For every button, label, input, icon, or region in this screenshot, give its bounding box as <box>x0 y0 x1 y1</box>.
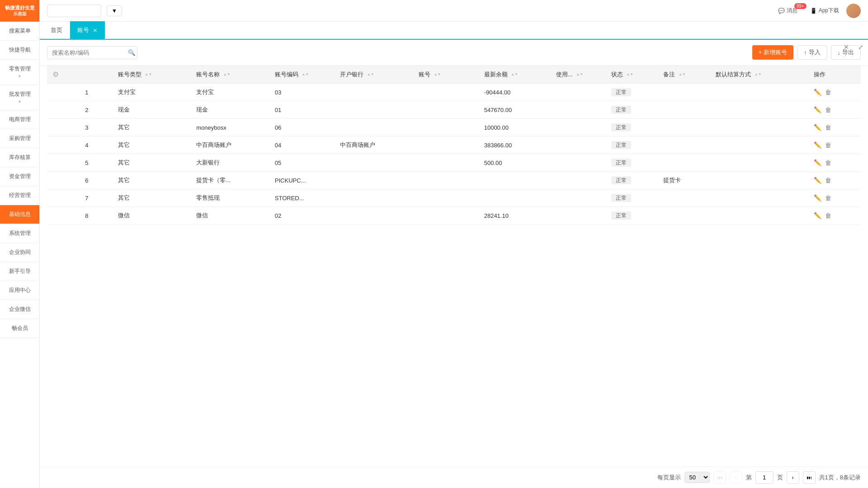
col-header-default[interactable]: 默认结算方式 ▲▼ <box>710 66 808 84</box>
row-type-cell: 其它 <box>113 172 191 189</box>
edit-icon[interactable]: ✏️ <box>814 106 821 113</box>
page-number-input[interactable] <box>755 471 774 484</box>
row-default-cell <box>710 84 808 101</box>
sidebar-item-system-mgmt[interactable]: 系统管理 <box>0 224 39 243</box>
import-label: 导入 <box>809 48 821 56</box>
sidebar-item-ecommerce-mgmt[interactable]: 电商管理 <box>0 110 39 129</box>
action-buttons: ✏️ 🗑 <box>814 212 855 219</box>
row-balance-cell: 500.00 <box>479 154 551 172</box>
row-default-cell <box>710 101 808 119</box>
row-default-cell <box>710 136 808 154</box>
col-header-type[interactable]: 账号类型 ▲▼ <box>113 66 191 84</box>
edit-icon[interactable]: ✏️ <box>814 89 821 96</box>
row-name-cell: 零售抵现 <box>191 189 269 207</box>
edit-icon[interactable]: ✏️ <box>814 124 821 131</box>
sidebar-item-basic-info[interactable]: 基础信息 <box>0 205 39 224</box>
table-row: 4 其它 中百商场账户 04 中百商场账户 383866.00 正常 ✏️ 🗑 <box>47 136 861 154</box>
row-status-cell: 正常 <box>606 172 658 189</box>
sidebar-item-enterprise-wechat[interactable]: 企业微信 <box>0 300 39 319</box>
delete-icon[interactable]: 🗑 <box>825 212 831 219</box>
action-buttons: ✏️ 🗑 <box>814 194 855 202</box>
col-header-name[interactable]: 账号名称 ▲▼ <box>191 66 269 84</box>
sidebar-item-wholesale-mgmt[interactable]: 批发管理 ▼ <box>0 85 39 110</box>
top-dropdown-button[interactable]: ▼ <box>107 5 122 16</box>
message-button[interactable]: 💬 消息 99+ <box>773 7 803 14</box>
settings-icon[interactable]: ⚙ <box>52 70 59 78</box>
row-account-cell <box>413 119 479 136</box>
edit-icon[interactable]: ✏️ <box>814 159 821 166</box>
user-avatar[interactable] <box>846 4 861 18</box>
delete-icon[interactable]: 🗑 <box>825 106 831 113</box>
col-action-label: 操作 <box>814 71 826 78</box>
tab-home[interactable]: 首页 <box>43 21 70 39</box>
top-search-input[interactable] <box>47 5 101 17</box>
row-balance-cell: -90444.00 <box>479 84 551 101</box>
page-content: ✕ ⤢ 🔍 + 新增账号 ↑ 导入 ↓ 导出 <box>40 40 868 488</box>
delete-icon[interactable]: 🗑 <box>825 124 831 131</box>
row-type-cell: 其它 <box>113 154 191 172</box>
edit-icon[interactable]: ✏️ <box>814 194 821 202</box>
message-badge: 99+ <box>794 3 807 9</box>
top-header-left: ▼ <box>47 5 122 17</box>
sidebar-item-inventory[interactable]: 库存核算 <box>0 148 39 167</box>
row-name-cell: 大新银行 <box>191 154 269 172</box>
sidebar-item-app-center[interactable]: 应用中心 <box>0 281 39 300</box>
app-download-button[interactable]: 📱 App下载 <box>810 7 839 14</box>
add-account-button[interactable]: + 新增账号 <box>752 45 793 60</box>
sidebar-item-enterprise-agreement[interactable]: 企业协同 <box>0 243 39 262</box>
import-button[interactable]: ↑ 导入 <box>797 45 827 60</box>
col-header-note[interactable]: 备注 ▲▼ <box>658 66 710 84</box>
col-header-balance[interactable]: 最新余额 ▲▼ <box>479 66 551 84</box>
search-input[interactable] <box>47 47 124 59</box>
row-default-cell <box>710 172 808 189</box>
sidebar-item-members[interactable]: 畅会员 <box>0 319 39 338</box>
col-header-use[interactable]: 使用... ▲▼ <box>551 66 606 84</box>
page-size-select[interactable]: 50 10 20 100 <box>684 472 710 483</box>
edit-icon[interactable]: ✏️ <box>814 141 821 149</box>
maximize-window-button[interactable]: ⤢ <box>854 40 868 54</box>
row-note-cell <box>658 189 710 207</box>
col-header-account[interactable]: 账号 ▲▼ <box>413 66 479 84</box>
next-page-button[interactable]: › <box>787 471 799 484</box>
tab-account-close-icon[interactable]: ✕ <box>93 27 98 34</box>
row-gear-cell <box>47 172 80 189</box>
row-code-cell: PICKUPC... <box>269 172 335 189</box>
sidebar-item-retail-mgmt[interactable]: 零售管理 ▼ <box>0 60 39 85</box>
sidebar-item-finance-mgmt[interactable]: 资金管理 <box>0 167 39 186</box>
sidebar-item-label: 零售管理 <box>4 65 36 73</box>
row-code-cell: 03 <box>269 84 335 101</box>
edit-icon[interactable]: ✏️ <box>814 177 821 184</box>
tab-account[interactable]: 账号 ✕ <box>70 21 105 39</box>
sidebar-item-label: 经营管理 <box>4 192 36 199</box>
sidebar-item-new-guide[interactable]: 新手引导 <box>0 262 39 281</box>
col-header-bank[interactable]: 开户银行 ▲▼ <box>335 66 413 84</box>
action-buttons: ✏️ 🗑 <box>814 124 855 131</box>
sidebar-item-ops-mgmt[interactable]: 经营管理 <box>0 186 39 205</box>
search-button[interactable]: 🔍 <box>124 47 137 59</box>
sidebar-item-label: 企业微信 <box>4 305 36 313</box>
prev-page-button[interactable]: ‹ <box>730 471 742 484</box>
top-header: ▼ 💬 消息 99+ 📱 App下载 <box>40 0 868 22</box>
delete-icon[interactable]: 🗑 <box>825 194 831 202</box>
row-status-cell: 正常 <box>606 84 658 101</box>
row-account-cell <box>413 84 479 101</box>
sort-use-icon: ▲▼ <box>576 73 583 76</box>
table-row: 5 其它 大新银行 05 500.00 正常 ✏️ 🗑 <box>47 154 861 172</box>
row-note-cell <box>658 101 710 119</box>
action-buttons: ✏️ 🗑 <box>814 106 855 113</box>
first-page-button[interactable]: ⏮ <box>713 471 726 484</box>
delete-icon[interactable]: 🗑 <box>825 141 831 149</box>
sidebar-item-search[interactable]: 搜索菜单 <box>0 22 39 41</box>
delete-icon[interactable]: 🗑 <box>825 159 831 166</box>
close-window-button[interactable]: ✕ <box>839 40 854 54</box>
row-bank-cell <box>335 172 413 189</box>
edit-icon[interactable]: ✏️ <box>814 212 821 219</box>
sidebar-item-shortcuts[interactable]: 快捷导航 <box>0 41 39 60</box>
delete-icon[interactable]: 🗑 <box>825 177 831 184</box>
col-header-status[interactable]: 状态 ▲▼ <box>606 66 658 84</box>
col-header-code[interactable]: 账号编码 ▲▼ <box>269 66 335 84</box>
app-download-label: App下载 <box>819 7 839 14</box>
last-page-button[interactable]: ⏭ <box>803 471 816 484</box>
delete-icon[interactable]: 🗑 <box>825 89 831 96</box>
sidebar-item-purchase-mgmt[interactable]: 采购管理 <box>0 129 39 148</box>
